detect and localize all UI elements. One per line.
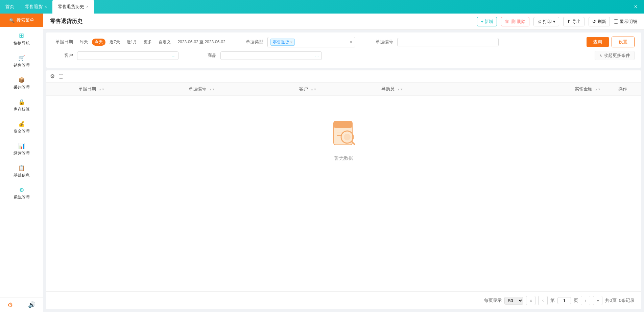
top-bar: 首页 零售退货 × 零售退货历史 × × (0, 0, 644, 14)
customer-ellipsis[interactable]: ... (172, 53, 175, 58)
type-select[interactable]: 零售退货 × ▾ (267, 37, 355, 47)
window-close-icon[interactable]: × (634, 4, 637, 10)
type-tag-close[interactable]: × (290, 40, 292, 44)
toolbar: + 新增 🗑 删 删除 🖨 打印 ▾ ⬆ 导出 ↺ 刷新 (477, 17, 637, 26)
sort-customer-icon: ▲▼ (311, 88, 317, 91)
sidebar-item-system-mgmt[interactable]: ⚙ 系统管理 (0, 182, 43, 204)
page-unit: 页 (574, 297, 578, 304)
date-option-custom[interactable]: 自定义 (156, 39, 173, 46)
sort-guide-icon: ▲▼ (397, 88, 403, 91)
export-button[interactable]: ⬆ 导出 (563, 17, 585, 26)
sidebar-bottom: ⚙ 🔊 (0, 297, 43, 312)
display-detail-checkbox-label[interactable]: 显示明细 (614, 19, 637, 25)
date-options: 昨天 今天 近7天 近1月 更多 自定义 (77, 39, 173, 46)
search-icon: 🔍 (9, 18, 15, 23)
th-guide[interactable]: 导购员 ▲▼ (377, 83, 474, 96)
svg-point-3 (344, 134, 351, 140)
query-button[interactable]: 查询 (587, 37, 609, 47)
th-checkbox (61, 83, 74, 96)
sidebar-item-basic-info[interactable]: 📋 基础信息 (0, 160, 43, 182)
table-header-row: 单据日期 ▲▼ 单据编号 ▲▼ 客户 ▲▼ (46, 83, 641, 96)
table-container: ⚙ 单据日期 ▲▼ 单据编号 (46, 70, 641, 309)
empty-icon (327, 116, 361, 150)
sidebar-item-quick-nav[interactable]: ⊞ 快捷导航 (0, 27, 43, 50)
filter-area: 单据日期 昨天 今天 近7天 近1月 更多 自定义 2023-06-02 至 2… (46, 32, 641, 68)
operations-icon: 📊 (18, 143, 25, 149)
settings-bottom-icon[interactable]: ⚙ (7, 301, 13, 309)
empty-text: 暂无数据 (334, 155, 353, 161)
th-customer[interactable]: 客户 ▲▼ (295, 83, 377, 96)
purchase-icon: 📦 (18, 77, 25, 83)
inventory-icon: 🔒 (18, 99, 25, 105)
last-page-btn[interactable]: » (593, 296, 602, 305)
table-wrapper: 单据日期 ▲▼ 单据编号 ▲▼ 客户 ▲▼ (46, 83, 641, 291)
page-input[interactable] (557, 297, 571, 304)
date-option-more[interactable]: 更多 (141, 39, 154, 46)
date-option-1month[interactable]: 近1月 (124, 39, 140, 46)
select-all-checkbox[interactable] (59, 74, 63, 79)
quick-nav-icon: ⊞ (19, 32, 24, 39)
add-button[interactable]: + 新增 (477, 17, 497, 26)
date-option-today[interactable]: 今天 (92, 39, 105, 46)
basic-info-icon: 📋 (18, 165, 25, 171)
table-toolbar: ⚙ (46, 70, 641, 83)
th-settings (46, 83, 61, 96)
pagination: 每页显示 50 10 20 100 « ‹ 第 页 › » 共0页, 0条记录 (46, 291, 641, 309)
main-layout: 🔍 搜索菜单 ⊞ 快捷导航 🛒 销售管理 📦 采购管理 🔒 库存核算 💰 (0, 14, 644, 312)
filter-row-2: 客户 ... 商品 ... ∧ 收起更多条件 (53, 51, 635, 60)
prev-page-btn[interactable]: ‹ (538, 296, 548, 305)
sidebar-search[interactable]: 🔍 搜索菜单 (0, 14, 43, 27)
page-header: 零售退货历史 + 新增 🗑 删 删除 🖨 打印 ▾ ⬆ 导出 ↺ (43, 14, 644, 30)
collapse-button[interactable]: ∧ 收起更多条件 (595, 51, 635, 60)
tab-return[interactable]: 零售退货 × (20, 0, 52, 14)
close-tab-history-icon[interactable]: × (86, 4, 89, 9)
number-label: 单据编号 (373, 39, 393, 45)
customer-label: 客户 (53, 52, 73, 59)
goods-ellipsis[interactable]: ... (315, 53, 319, 58)
th-action: 操作 (614, 83, 641, 96)
first-page-btn[interactable]: « (526, 296, 535, 305)
print-icon: 🖨 (537, 19, 542, 24)
empty-state: 暂无数据 (46, 96, 641, 182)
tab-home[interactable]: 首页 (0, 0, 20, 14)
goods-label: 商品 (196, 52, 216, 59)
content-area: 零售退货历史 + 新增 🗑 删 删除 🖨 打印 ▾ ⬆ 导出 ↺ (43, 14, 644, 312)
refresh-button[interactable]: ↺ 刷新 (589, 17, 610, 26)
number-input[interactable] (397, 38, 499, 46)
tab-return-history[interactable]: 零售退货历史 × (52, 0, 94, 14)
type-select-arrow: ▾ (350, 40, 352, 45)
table-settings-icon[interactable]: ⚙ (50, 73, 55, 80)
finance-icon: 💰 (18, 121, 25, 127)
page-size-select[interactable]: 50 10 20 100 (504, 297, 523, 305)
sidebar-nav: ⊞ 快捷导航 🛒 销售管理 📦 采购管理 🔒 库存核算 💰 资金管理 📊 (0, 27, 43, 297)
display-detail-checkbox[interactable] (614, 19, 618, 24)
date-option-yesterday[interactable]: 昨天 (77, 39, 91, 46)
th-date[interactable]: 单据日期 ▲▼ (74, 83, 185, 96)
date-range-display: 2023-06-02 至 2023-06-02 (177, 39, 225, 45)
speaker-icon[interactable]: 🔊 (28, 301, 35, 309)
print-dropdown-icon: ▾ (553, 19, 555, 24)
sidebar-item-finance[interactable]: 💰 资金管理 (0, 116, 43, 138)
setting-button[interactable]: 设置 (612, 37, 635, 47)
refresh-icon: ↺ (592, 19, 596, 24)
sidebar-item-inventory[interactable]: 🔒 库存核算 (0, 94, 43, 116)
total-text: 共0页, 0条记录 (605, 297, 635, 304)
filter-row-1: 单据日期 昨天 今天 近7天 近1月 更多 自定义 2023-06-02 至 2… (53, 37, 635, 47)
next-page-btn[interactable]: › (581, 296, 590, 305)
sidebar: 🔍 搜索菜单 ⊞ 快捷导航 🛒 销售管理 📦 采购管理 🔒 库存核算 💰 (0, 14, 43, 312)
table-head: 单据日期 ▲▼ 单据编号 ▲▼ 客户 ▲▼ (46, 83, 641, 96)
type-label: 单据类型 (243, 39, 263, 45)
page-label: 第 (550, 297, 555, 304)
delete-button[interactable]: 🗑 删 删除 (501, 17, 529, 26)
th-number[interactable]: 单据编号 ▲▼ (185, 83, 295, 96)
print-button[interactable]: 🖨 打印 ▾ (533, 17, 559, 26)
close-tab-return-icon[interactable]: × (45, 4, 47, 9)
delete-icon: 🗑 (505, 19, 509, 24)
sidebar-item-purchase-mgmt[interactable]: 📦 采购管理 (0, 72, 43, 94)
svg-rect-1 (334, 121, 352, 128)
th-amount[interactable]: 实销金额 ▲▼ (473, 83, 614, 96)
sidebar-item-operations[interactable]: 📊 经营管理 (0, 138, 43, 160)
system-icon: ⚙ (19, 187, 24, 193)
sidebar-item-sales-mgmt[interactable]: 🛒 销售管理 (0, 50, 43, 72)
date-option-7days[interactable]: 近7天 (107, 39, 123, 46)
